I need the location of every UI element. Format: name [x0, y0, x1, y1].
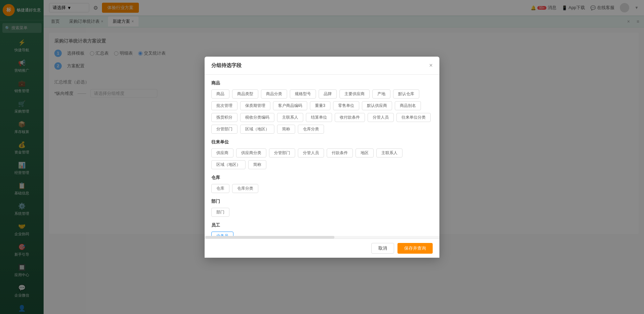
field-tag[interactable]: 主联系人 [277, 113, 303, 122]
field-tag[interactable]: 付款条件 [327, 148, 353, 158]
warehouse-fields: 仓库 仓库分类 [211, 184, 433, 193]
field-tag[interactable]: 产地 [372, 89, 390, 99]
field-tag[interactable]: 默认仓库 [393, 89, 419, 99]
field-tag[interactable]: 区域（地区） [211, 160, 246, 169]
field-tag[interactable]: 保质期管理 [240, 101, 270, 110]
field-tag[interactable]: 地区 [356, 148, 374, 158]
product-fields: 商品 商品类型 商品分类 规格型号 品牌 主要供应商 产地 默认仓库 批次管理 … [211, 89, 433, 134]
field-tag[interactable]: 重量3 [310, 101, 330, 110]
employee-fields: 业务员 [211, 232, 433, 236]
field-tag[interactable]: 供应商 [211, 148, 233, 158]
field-tag[interactable]: 商品 [211, 89, 229, 99]
modal-body[interactable]: 商品 商品 商品类型 商品分类 规格型号 品牌 主要供应商 产地 默认仓库 批次… [205, 75, 439, 236]
field-tag[interactable]: 主联系人 [376, 148, 402, 158]
field-tag[interactable]: 仓库 [211, 184, 229, 193]
field-tag[interactable]: 简称 [277, 125, 295, 134]
field-tag-employee[interactable]: 业务员 [211, 232, 233, 236]
field-tag[interactable]: 规格型号 [290, 89, 316, 99]
field-tag[interactable]: 简称 [248, 160, 266, 169]
field-tag[interactable]: 收付款条件 [335, 113, 365, 122]
field-tag[interactable]: 商品类型 [232, 89, 258, 99]
field-tag[interactable]: 分管部门 [211, 125, 237, 134]
field-tag[interactable]: 分管人员 [368, 113, 394, 122]
field-tag[interactable]: 主要供应商 [339, 89, 370, 99]
modal-close-button[interactable]: × [429, 62, 433, 69]
field-tag[interactable]: 部门 [211, 208, 229, 217]
section-employee-title: 员工 [211, 222, 433, 228]
confirm-button[interactable]: 保存并查询 [397, 243, 433, 254]
section-product-title: 商品 [211, 80, 433, 86]
section-warehouse-title: 仓库 [211, 175, 433, 181]
field-tag[interactable]: 零售单位 [333, 101, 359, 110]
section-department-title: 部门 [211, 198, 433, 204]
department-fields: 部门 [211, 208, 433, 217]
field-tag[interactable]: 商品别名 [395, 101, 421, 110]
field-tag[interactable]: 结算单位 [306, 113, 332, 122]
field-tag[interactable]: 批次管理 [211, 101, 237, 110]
modal-footer: 取消 保存并查询 [205, 239, 439, 258]
section-warehouse: 仓库 仓库 仓库分类 [211, 175, 433, 193]
modal: 分组待选字段 × 商品 商品 商品类型 商品分类 规格型号 品牌 主要供应商 产… [205, 57, 439, 258]
field-tag[interactable]: 往来单位分类 [396, 113, 431, 122]
field-tag[interactable]: 默认供应商 [362, 101, 392, 110]
field-tag[interactable]: 拣货积分 [211, 113, 237, 122]
field-tag[interactable]: 分管人员 [298, 148, 324, 158]
modal-title: 分组待选字段 [211, 62, 241, 69]
section-partner: 往来单位 供应商 供应商分类 分管部门 分管人员 付款条件 地区 主联系人 区域… [211, 139, 433, 169]
section-department: 部门 部门 [211, 198, 433, 217]
hscroll-bar[interactable] [205, 236, 439, 239]
section-partner-title: 往来单位 [211, 139, 433, 145]
field-tag[interactable]: 品牌 [319, 89, 337, 99]
field-tag[interactable]: 客户商品编码 [273, 101, 307, 110]
field-tag[interactable]: 商品分类 [261, 89, 287, 99]
field-tag[interactable]: 分管部门 [269, 148, 295, 158]
field-tag[interactable]: 仓库分类 [232, 184, 258, 193]
section-employee: 员工 业务员 [211, 222, 433, 236]
section-product: 商品 商品 商品类型 商品分类 规格型号 品牌 主要供应商 产地 默认仓库 批次… [211, 80, 433, 134]
partner-fields: 供应商 供应商分类 分管部门 分管人员 付款条件 地区 主联系人 区域（地区） … [211, 148, 433, 169]
field-tag[interactable]: 税收分类编码 [240, 113, 274, 122]
field-tag[interactable]: 区域（地区） [240, 125, 274, 134]
cancel-button[interactable]: 取消 [371, 243, 394, 254]
field-tag[interactable]: 仓库分类 [298, 125, 324, 134]
field-tag[interactable]: 供应商分类 [236, 148, 266, 158]
modal-header: 分组待选字段 × [205, 57, 439, 75]
hscroll-thumb [205, 236, 334, 239]
